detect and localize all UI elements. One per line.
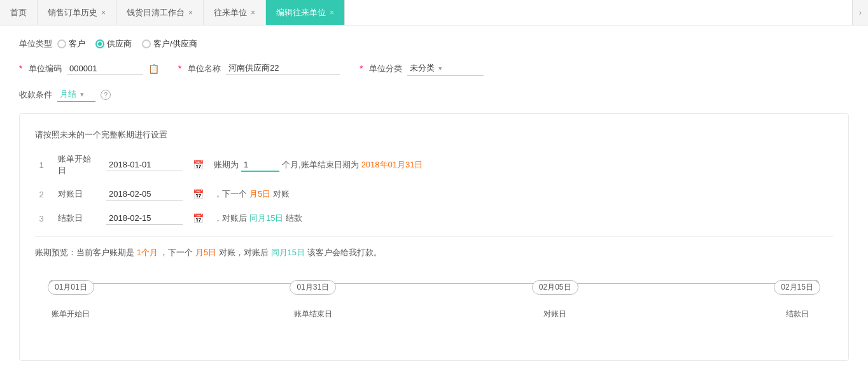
preview-text: 账期预览：当前客户账期是 1个月 ，下一个 月5日 对账，对账后 同月15日 该… bbox=[35, 247, 833, 258]
unit-type-row: 单位类型 客户 供应商 客户/供应商 bbox=[19, 38, 849, 50]
timeline-node-4: 02月15日 结款日 bbox=[774, 280, 820, 320]
node-1-date: 01月01日 bbox=[48, 280, 94, 295]
unit-name-required: * bbox=[178, 64, 181, 73]
step-3-desc-suffix: 结款 bbox=[286, 213, 302, 224]
step-1-date-input[interactable] bbox=[106, 158, 183, 171]
node-4-date: 02月15日 bbox=[774, 280, 820, 295]
close-tab-sales-order-history[interactable]: × bbox=[101, 8, 106, 17]
radio-customer-circle bbox=[57, 39, 66, 48]
unit-category-label: 单位分类 bbox=[369, 63, 402, 74]
node-2-date: 01月31日 bbox=[290, 280, 336, 295]
step-row-1: 1 账单开始日 📅 账期为 个月,账单结束日期为 2018年01月31日 bbox=[35, 153, 833, 176]
step-1-desc: 账期为 个月,账单结束日期为 2018年01月31日 bbox=[214, 158, 423, 172]
payment-terms-value: 月结 bbox=[60, 88, 76, 100]
step-3-desc-prefix: ，对账后 bbox=[214, 213, 247, 224]
payment-terms-field: 收款条件 月结 ▾ ? bbox=[19, 87, 111, 102]
step-1-period-unit: 个月,账单结束日期为 bbox=[282, 159, 359, 171]
unit-code-input[interactable] bbox=[67, 62, 143, 75]
unit-category-chevron: ▾ bbox=[438, 64, 442, 73]
help-icon[interactable]: ? bbox=[101, 90, 111, 100]
unit-type-field: 单位类型 客户 供应商 客户/供应商 bbox=[19, 38, 197, 50]
unit-category-required: * bbox=[360, 64, 363, 73]
preview-label: 账期预览：当前客户账期是 bbox=[35, 248, 134, 257]
timeline-nodes: 01月01日 账单开始日 01月31日 账单结束日 02月05日 对账 bbox=[48, 280, 820, 320]
main-content: 单位类型 客户 供应商 客户/供应商 * 单位编码 bbox=[0, 25, 868, 387]
tab-home[interactable]: 首页 bbox=[0, 0, 38, 25]
preview-text3: 该客户会给我打款。 bbox=[307, 248, 382, 257]
radio-supplier-circle bbox=[95, 39, 104, 48]
unit-category-value: 未分类 bbox=[410, 62, 435, 74]
tab-partner-units[interactable]: 往来单位 × bbox=[204, 0, 266, 25]
node-2-label: 账单结束日 bbox=[294, 309, 332, 320]
unit-code-icon[interactable]: 📋 bbox=[148, 64, 159, 74]
node-4-label: 结款日 bbox=[786, 309, 809, 320]
step-row-3: 3 结款日 📅 ，对账后 同月15日 结款 bbox=[35, 212, 833, 225]
unit-code-field: * 单位编码 📋 bbox=[19, 62, 159, 75]
step-2-desc-suffix: 对账 bbox=[273, 188, 290, 200]
unit-type-radio-group: 客户 供应商 客户/供应商 bbox=[57, 38, 197, 50]
preview-highlight1: 1个月 bbox=[137, 248, 158, 257]
step-3-highlight: 同月15日 bbox=[249, 213, 283, 224]
timeline-node-3: 02月05日 对账日 bbox=[532, 280, 578, 320]
node-1-label: 账单开始日 bbox=[52, 309, 90, 320]
tab-edit-partner[interactable]: 编辑往来单位 × bbox=[266, 0, 345, 25]
radio-customer-label: 客户 bbox=[69, 38, 85, 50]
tabs-scroll-arrow[interactable]: › bbox=[852, 0, 868, 25]
preview-text1: ，下一个 bbox=[160, 248, 193, 257]
step-1-end-date: 2018年01月31日 bbox=[361, 159, 423, 171]
payment-terms-select[interactable]: 月结 ▾ bbox=[57, 87, 95, 102]
step-2-cal-icon[interactable]: 📅 bbox=[193, 189, 204, 199]
payment-terms-row: 收款条件 月结 ▾ ? bbox=[19, 87, 849, 102]
unit-code-label: 单位编码 bbox=[29, 63, 62, 74]
step-num-1: 1 bbox=[35, 160, 48, 170]
chevron-right-icon: › bbox=[859, 8, 862, 17]
tab-sales-order-history[interactable]: 销售订单历史 × bbox=[38, 0, 116, 25]
radio-supplier-label: 供应商 bbox=[107, 38, 132, 50]
payment-terms-label: 收款条件 bbox=[19, 89, 52, 101]
unit-name-field: * 单位名称 bbox=[178, 62, 340, 75]
step-1-cal-icon[interactable]: 📅 bbox=[193, 160, 204, 170]
unit-category-select[interactable]: 未分类 ▾ bbox=[407, 61, 484, 76]
step-label-3: 结款日 bbox=[58, 213, 96, 224]
settings-panel: 请按照未来的一个完整帐期进行设置 1 账单开始日 📅 账期为 个月,账单结束日期… bbox=[19, 113, 849, 361]
step-3-desc: ，对账后 同月15日 结款 bbox=[214, 213, 302, 224]
unit-name-label: 单位名称 bbox=[188, 63, 221, 74]
step-2-desc-prefix: ，下一个 bbox=[214, 188, 247, 200]
timeline-container: 01月01日 账单开始日 01月31日 账单结束日 02月05日 对账 bbox=[35, 271, 833, 345]
node-3-date: 02月05日 bbox=[532, 280, 578, 295]
close-tab-edit-partner[interactable]: × bbox=[330, 8, 334, 17]
step-1-period-label: 账期为 bbox=[214, 159, 239, 171]
close-tab-cash-workbench[interactable]: × bbox=[188, 8, 193, 17]
step-label-2: 对账日 bbox=[58, 188, 96, 200]
preview-highlight3: 同月15日 bbox=[271, 248, 305, 257]
radio-customer[interactable]: 客户 bbox=[57, 38, 85, 50]
step-3-date-input[interactable] bbox=[106, 212, 183, 225]
unit-info-row: * 单位编码 📋 * 单位名称 * 单位分类 未分类 ▾ bbox=[19, 61, 849, 76]
step-num-2: 2 bbox=[35, 190, 48, 199]
tabs-bar: 首页 销售订单历史 × 钱货日清工作台 × 往来单位 × 编辑往来单位 × › bbox=[0, 0, 868, 25]
step-2-desc: ，下一个 月5日 对账 bbox=[214, 188, 290, 200]
step-2-highlight: 月5日 bbox=[249, 188, 270, 200]
timeline-node-1: 01月01日 账单开始日 bbox=[48, 280, 94, 320]
step-2-date-input[interactable] bbox=[106, 188, 183, 201]
node-3-label: 对账日 bbox=[543, 309, 566, 320]
preview-text2: 对账，对账后 bbox=[219, 248, 269, 257]
panel-hint: 请按照未来的一个完整帐期进行设置 bbox=[35, 129, 833, 141]
preview-highlight2: 月5日 bbox=[195, 248, 216, 257]
unit-category-field: * 单位分类 未分类 ▾ bbox=[360, 61, 484, 76]
step-num-3: 3 bbox=[35, 214, 48, 223]
step-label-1: 账单开始日 bbox=[58, 153, 96, 176]
radio-supplier[interactable]: 供应商 bbox=[95, 38, 132, 50]
payment-terms-chevron: ▾ bbox=[80, 90, 84, 99]
close-tab-partner-units[interactable]: × bbox=[251, 8, 255, 17]
preview-section: 账期预览：当前客户账期是 1个月 ，下一个 月5日 对账，对账后 同月15日 该… bbox=[35, 236, 833, 345]
radio-both-label: 客户/供应商 bbox=[153, 38, 197, 50]
unit-name-input[interactable] bbox=[226, 62, 340, 75]
step-3-cal-icon[interactable]: 📅 bbox=[193, 213, 204, 223]
radio-both[interactable]: 客户/供应商 bbox=[142, 38, 197, 50]
unit-type-label: 单位类型 bbox=[19, 38, 52, 50]
tab-cash-workbench[interactable]: 钱货日清工作台 × bbox=[116, 0, 204, 25]
period-input[interactable] bbox=[241, 158, 279, 172]
step-row-2: 2 对账日 📅 ，下一个 月5日 对账 bbox=[35, 188, 833, 201]
unit-code-required: * bbox=[19, 64, 22, 73]
